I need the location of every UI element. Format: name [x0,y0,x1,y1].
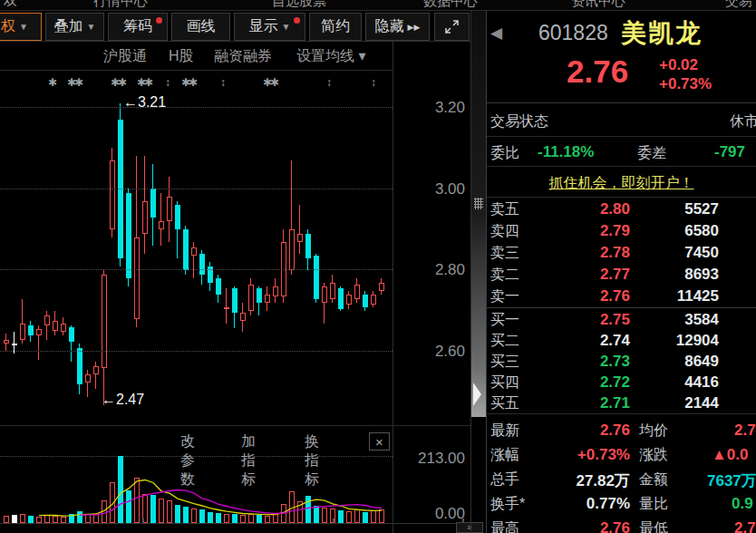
pager-button[interactable]: » [456,522,483,533]
indicator-link-加指标[interactable]: 加指标 [241,432,256,489]
stock-code: 601828 [538,21,608,45]
event-marker-icon[interactable]: ↕ [326,76,330,89]
event-marker-icon[interactable]: ✱✱ [181,76,196,89]
order-price: 2.72 [544,373,630,392]
candlestick [232,288,237,313]
volume-bar [199,509,205,523]
price-axis-label: 3.20 [393,99,465,117]
volume-bar [12,515,17,523]
event-marker-icon[interactable]: ✱✱ [111,76,125,89]
price-axis-label: 2.80 [393,261,465,279]
order-book-row[interactable]: 买二2.7412904 [487,330,756,351]
candlestick [93,366,99,374]
order-book-row[interactable]: 买一2.753584 [487,309,756,330]
gridline [0,351,393,352]
stat-value: 2.7 [734,519,756,533]
stat-label: 均价 [639,422,668,441]
order-volume: 2144 [635,394,719,412]
volume-bar [289,491,295,523]
order-book-row[interactable]: 买四2.724416 [487,372,756,392]
volume-bar [85,514,91,523]
volume-bar [248,514,254,523]
open-account-ad[interactable]: 抓住机会，即刻开户！ [487,174,756,193]
order-book-row[interactable]: 卖三2.787450 [487,242,756,264]
stat-value: 2.76 [544,422,630,440]
candlestick [289,229,295,270]
candlestick [61,324,66,332]
order-level-label: 卖一 [490,287,519,306]
stock-name: 美凯龙 [621,16,703,51]
order-book-row[interactable]: 卖二2.778693 [487,264,756,286]
stat-value: 0.9 [732,495,753,513]
candlestick [191,247,197,256]
left-arrow-icon: ← [102,392,116,407]
candle-wick [299,205,300,254]
order-book-row[interactable]: 买五2.712144 [487,392,756,413]
candlestick [371,295,376,305]
candlestick [248,285,254,311]
volume-bar [354,509,360,523]
order-volume: 7450 [635,244,719,262]
candlestick-chart[interactable] [0,0,393,533]
event-marker-icon[interactable]: ↕ [165,76,169,89]
event-marker-icon[interactable]: ✱✱ [263,76,277,89]
weibi-label: 委比 [490,144,519,163]
order-book-row[interactable]: 卖五2.805527 [487,199,756,220]
event-marker-icon[interactable]: ↕ [371,76,374,89]
order-volume: 11425 [635,287,719,305]
candlestick [85,374,91,383]
stat-label: 涨幅 [490,446,519,465]
indicator-link-换指标[interactable]: 换指标 [305,432,319,489]
volume-bar [273,514,278,523]
event-marker-icon[interactable]: ✱✱ [67,76,82,89]
stat-label: 最新 [490,422,519,441]
order-volume: 8693 [635,266,719,284]
scrollbar-arrow-icon[interactable] [473,383,481,406]
stat-label: 总手 [490,470,519,489]
volume-bar [314,506,319,523]
order-book-row[interactable]: 卖一2.7611425 [487,286,756,307]
volume-bar [191,509,197,523]
candlestick [36,329,42,335]
top-menu-item-fragment[interactable]: 交易 [725,0,752,10]
order-book-row[interactable]: 买三2.738649 [487,351,756,372]
weibi-value: -11.18% [538,143,594,161]
candlestick [150,189,156,218]
double-arrow-icon: ▶▶ [408,23,421,32]
gridline [0,456,393,457]
stat-label: 涨跌 [639,446,668,465]
trade-status-value: 休市 [730,112,756,131]
order-volume: 4416 [635,373,719,392]
indicator-close-button[interactable]: × [369,432,390,451]
stats-row: 最高2.76最低2.7 [487,517,756,533]
candlestick [44,315,50,325]
back-button[interactable]: ◀ [490,24,502,43]
indicator-link-改参数[interactable]: 改参数 [180,432,195,489]
stat-value: 27.82万 [544,470,630,491]
candle-wick [160,193,161,247]
event-marker-icon[interactable]: ↕ [220,76,224,89]
event-marker-icon[interactable]: ✱ [48,76,55,89]
vertical-scrollbar[interactable] [471,11,486,417]
candlestick [363,295,368,307]
scrollbar-handle[interactable] [474,198,483,209]
stats-row: 换手*0.77%量比0.9 [487,492,756,517]
volume-bar [305,496,311,523]
trade-status-label: 交易状态 [490,112,548,131]
order-price: 2.80 [544,200,630,218]
order-book-row[interactable]: 卖四2.796580 [487,220,756,242]
order-level-label: 卖五 [490,200,519,219]
candlestick [159,221,164,229]
volume-bar [208,512,213,523]
event-marker-icon[interactable]: ✱✱ [137,76,151,89]
order-level-label: 买一 [490,311,519,330]
candlestick [77,348,82,385]
order-volume: 3584 [635,311,719,329]
candlestick [28,325,34,335]
candlestick [142,201,148,234]
fullscreen-button[interactable] [434,13,470,41]
candlestick [175,205,180,229]
open-account-link[interactable]: 抓住机会，即刻开户！ [549,175,694,190]
top-menu-item-fragment[interactable]: 资讯中心 [571,0,625,10]
candlestick [183,229,189,270]
